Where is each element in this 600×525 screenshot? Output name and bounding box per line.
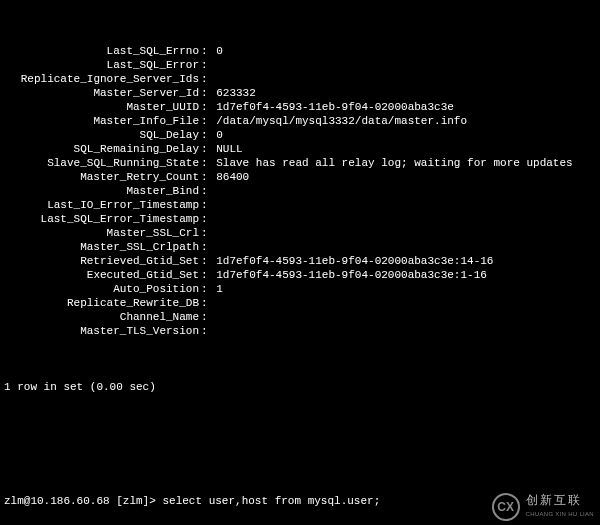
watermark-cn: 创新互联: [526, 493, 594, 507]
status-label: Slave_SQL_Running_State: [4, 156, 199, 170]
status-label: Auto_Position: [4, 282, 199, 296]
status-separator: :: [199, 199, 216, 211]
status-separator: :: [199, 59, 216, 71]
status-label: Last_SQL_Error: [4, 58, 199, 72]
status-row: Master_TLS_Version:: [4, 324, 596, 338]
status-value: 623332: [216, 87, 256, 99]
status-separator: :: [199, 213, 216, 225]
status-label: Master_SSL_Crl: [4, 226, 199, 240]
status-separator: :: [199, 255, 216, 267]
status-summary: 1 row in set (0.00 sec): [4, 380, 596, 394]
status-label: SQL_Delay: [4, 128, 199, 142]
status-label: Master_Server_Id: [4, 86, 199, 100]
status-label: Master_TLS_Version: [4, 324, 199, 338]
status-label: Last_SQL_Error_Timestamp: [4, 212, 199, 226]
status-label: Last_SQL_Errno: [4, 44, 199, 58]
status-separator: :: [199, 101, 216, 113]
watermark-text: 创新互联 CHUANG XIN HU LIAN: [526, 493, 594, 521]
status-label: Master_UUID: [4, 100, 199, 114]
status-value: 1: [216, 283, 223, 295]
status-row: Master_UUID: 1d7ef0f4-4593-11eb-9f04-020…: [4, 100, 596, 114]
status-label: Last_IO_Error_Timestamp: [4, 198, 199, 212]
status-row: Master_Server_Id: 623332: [4, 86, 596, 100]
status-label: Executed_Gtid_Set: [4, 268, 199, 282]
status-value: 1d7ef0f4-4593-11eb-9f04-02000aba3c3e: [216, 101, 454, 113]
status-separator: :: [199, 171, 216, 183]
slave-status-block: Last_SQL_Errno: 0Last_SQL_Error: Replica…: [4, 44, 596, 338]
status-row: Channel_Name:: [4, 310, 596, 324]
status-value: 1d7ef0f4-4593-11eb-9f04-02000aba3c3e:1-1…: [216, 269, 487, 281]
status-row: Last_SQL_Errno: 0: [4, 44, 596, 58]
status-separator: :: [199, 311, 216, 323]
status-label: Master_Bind: [4, 184, 199, 198]
status-row: Last_IO_Error_Timestamp:: [4, 198, 596, 212]
status-row: Replicate_Rewrite_DB:: [4, 296, 596, 310]
status-row: Slave_SQL_Running_State: Slave has read …: [4, 156, 596, 170]
status-separator: :: [199, 269, 216, 281]
terminal-output: Last_SQL_Errno: 0Last_SQL_Error: Replica…: [0, 0, 600, 525]
status-separator: :: [199, 45, 216, 57]
status-separator: :: [199, 115, 216, 127]
status-row: Last_SQL_Error_Timestamp:: [4, 212, 596, 226]
status-separator: :: [199, 157, 216, 169]
watermark-en: CHUANG XIN HU LIAN: [526, 507, 594, 521]
status-label: Retrieved_Gtid_Set: [4, 254, 199, 268]
status-row: Master_Bind:: [4, 184, 596, 198]
status-label: SQL_Remaining_Delay: [4, 142, 199, 156]
status-separator: :: [199, 297, 216, 309]
status-label: Master_Info_File: [4, 114, 199, 128]
status-row: Replicate_Ignore_Server_Ids:: [4, 72, 596, 86]
status-value: /data/mysql/mysql3332/data/master.info: [216, 115, 467, 127]
blank-line: [4, 436, 596, 450]
watermark-logo-icon: CX: [492, 493, 520, 521]
status-separator: :: [199, 241, 216, 253]
status-separator: :: [199, 185, 216, 197]
status-row: Master_Retry_Count: 86400: [4, 170, 596, 184]
status-row: SQL_Delay: 0: [4, 128, 596, 142]
status-value: 0: [216, 45, 223, 57]
status-row: SQL_Remaining_Delay: NULL: [4, 142, 596, 156]
status-label: Master_Retry_Count: [4, 170, 199, 184]
status-row: Master_SSL_Crl:: [4, 226, 596, 240]
status-separator: :: [199, 129, 216, 141]
status-row: Auto_Position: 1: [4, 282, 596, 296]
status-value: NULL: [216, 143, 242, 155]
status-label: Replicate_Rewrite_DB: [4, 296, 199, 310]
status-separator: :: [199, 227, 216, 239]
status-separator: :: [199, 283, 216, 295]
status-label: Channel_Name: [4, 310, 199, 324]
status-row: Master_SSL_Crlpath:: [4, 240, 596, 254]
status-row: Last_SQL_Error:: [4, 58, 596, 72]
status-separator: :: [199, 143, 216, 155]
status-value: Slave has read all relay log; waiting fo…: [216, 157, 572, 169]
status-separator: :: [199, 325, 216, 337]
shell-prompt: zlm@10.186.60.68 [zlm]>: [4, 495, 156, 507]
status-row: Retrieved_Gtid_Set: 1d7ef0f4-4593-11eb-9…: [4, 254, 596, 268]
status-separator: :: [199, 87, 216, 99]
status-value: 1d7ef0f4-4593-11eb-9f04-02000aba3c3e:14-…: [216, 255, 493, 267]
status-value: 0: [216, 129, 223, 141]
status-value: 86400: [216, 171, 249, 183]
status-label: Master_SSL_Crlpath: [4, 240, 199, 254]
status-label: Replicate_Ignore_Server_Ids: [4, 72, 199, 86]
sql-query: select user,host from mysql.user;: [162, 495, 380, 507]
watermark: CX 创新互联 CHUANG XIN HU LIAN: [492, 493, 594, 521]
status-separator: :: [199, 73, 216, 85]
status-row: Master_Info_File: /data/mysql/mysql3332/…: [4, 114, 596, 128]
status-row: Executed_Gtid_Set: 1d7ef0f4-4593-11eb-9f…: [4, 268, 596, 282]
